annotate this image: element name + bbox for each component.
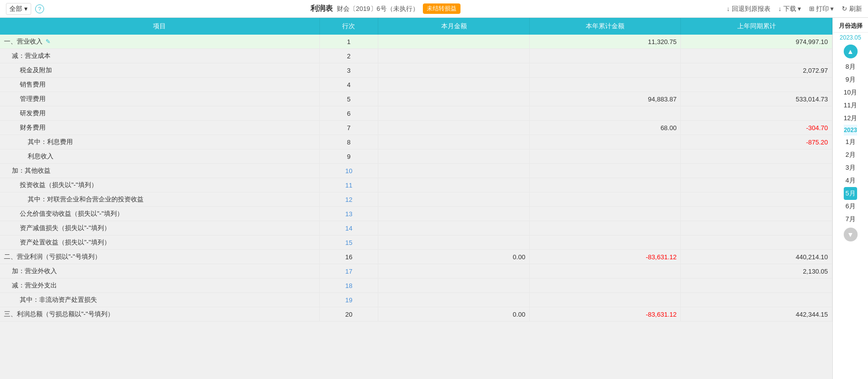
cell-prev-amount [681, 49, 832, 63]
item-label: 税金及附加 [20, 66, 52, 74]
status-badge: 未结转损益 [423, 3, 460, 14]
help-icon[interactable]: ? [35, 4, 44, 13]
item-label: 资产处置收益（损失以"-"填列） [20, 238, 110, 246]
sidebar-month-item[interactable]: 10月 [844, 86, 857, 99]
cell-item: 财务费用 [0, 121, 319, 135]
sidebar-month-item[interactable]: 11月 [844, 99, 857, 112]
cell-month-amount [378, 236, 530, 250]
cell-month-amount: 0.00 [378, 307, 530, 322]
cell-row-num: 5 [319, 92, 378, 106]
cell-ytd-amount [529, 178, 681, 192]
print-button[interactable]: ⊞ 打印 ▾ [809, 4, 834, 13]
item-label: 减：营业外支出 [12, 282, 57, 289]
cell-prev-amount: 440,214.10 [681, 250, 832, 264]
sidebar-title: 月份选择 [833, 20, 868, 33]
cell-month-amount [378, 35, 530, 49]
cell-ytd-amount [529, 264, 681, 279]
download-button[interactable]: ↓ 下载 ▾ [778, 4, 801, 13]
cell-ytd-amount [529, 279, 681, 293]
table-row: 减：营业成本2 [0, 49, 832, 63]
item-label: 资产减值损失（损失以"-"填列） [20, 224, 110, 232]
cell-prev-amount [681, 293, 832, 307]
top-bar-left: 全部 ▾ ? [6, 3, 44, 15]
table-row: 研发费用6 [0, 106, 832, 121]
item-label: 减：营业成本 [12, 52, 51, 59]
sidebar-month-item[interactable]: 4月 [844, 174, 857, 187]
cell-row-num: 10 [319, 164, 378, 178]
prev-arrow[interactable]: ▲ [844, 45, 858, 58]
sidebar-month-item[interactable]: 8月 [844, 60, 857, 73]
sidebar-month-item[interactable]: 7月 [844, 213, 857, 226]
table-row: 税金及附加32,072.97 [0, 63, 832, 78]
sidebar-month-item[interactable]: 9月 [844, 73, 857, 86]
sidebar-month-item[interactable]: 3月 [844, 161, 857, 174]
cell-prev-amount [681, 178, 832, 192]
cell-ytd-amount [529, 236, 681, 250]
cell-month-amount [378, 207, 530, 221]
table-row: 一、营业收入✎111,320.75974,997.10 [0, 35, 832, 49]
sidebar: 月份选择 2023.05 ▲ 8月9月10月11月12月20231月2月3月4月… [832, 18, 868, 379]
cell-ytd-amount [529, 221, 681, 236]
cell-item: 投资收益（损失以"-"填列） [0, 178, 319, 192]
sidebar-month-item[interactable]: 6月 [844, 200, 857, 213]
cell-month-amount: 0.00 [378, 250, 530, 264]
cell-ytd-amount: -83,631.12 [529, 250, 681, 264]
cell-item: 三、利润总额（亏损总额以"-"号填列） [0, 307, 319, 322]
table-row: 公允价值变动收益（损失以"-"填列）13 [0, 207, 832, 221]
edit-icon[interactable]: ✎ [46, 38, 51, 45]
col-item-header: 项目 [0, 18, 319, 35]
sidebar-month-item[interactable]: 5月 [844, 187, 857, 200]
cell-ytd-amount [529, 63, 681, 78]
cell-month-amount [378, 106, 530, 121]
table-row: 资产减值损失（损失以"-"填列）14 [0, 221, 832, 236]
table-row: 二、营业利润（亏损以"-"号填列）160.00-83,631.12440,214… [0, 250, 832, 264]
cell-month-amount [378, 178, 530, 192]
item-label: 一、营业收入 [4, 38, 43, 45]
cell-ytd-amount: 94,883.87 [529, 92, 681, 106]
table-row: 资产处置收益（损失以"-"填列）15 [0, 236, 832, 250]
table-row: 三、利润总额（亏损总额以"-"号填列）200.00-83,631.12442,3… [0, 307, 832, 322]
sidebar-month-item[interactable]: 12月 [844, 112, 857, 125]
col-month-header: 本月金额 [378, 18, 530, 35]
scope-label: 全部 [9, 4, 22, 13]
cell-month-amount [378, 92, 530, 106]
sidebar-month-item[interactable]: 1月 [844, 136, 857, 148]
sidebar-month-item[interactable]: 2023 [844, 125, 857, 136]
back-button[interactable]: ↓ 回退到原报表 [727, 4, 770, 13]
cell-ytd-amount [529, 164, 681, 178]
cell-ytd-amount [529, 207, 681, 221]
refresh-button[interactable]: ↻ 刷新 [842, 4, 862, 13]
item-label: 财务费用 [20, 124, 46, 131]
cell-ytd-amount [529, 135, 681, 149]
cell-prev-amount [681, 164, 832, 178]
cell-prev-amount [681, 78, 832, 92]
cell-item: 加：营业外收入 [0, 264, 319, 279]
table-row: 管理费用594,883.87533,014.73 [0, 92, 832, 106]
cell-item: 资产处置收益（损失以"-"填列） [0, 236, 319, 250]
item-label: 投资收益（损失以"-"填列） [20, 181, 98, 189]
cell-row-num: 3 [319, 63, 378, 78]
sidebar-month-item[interactable]: 2月 [844, 148, 857, 161]
cell-prev-amount [681, 279, 832, 293]
table-row: 其中：对联营企业和合营企业的投资收益12 [0, 192, 832, 207]
cell-row-num: 18 [319, 279, 378, 293]
next-arrow[interactable]: ▼ [844, 228, 858, 241]
cell-row-num: 11 [319, 178, 378, 192]
table-body: 一、营业收入✎111,320.75974,997.10减：营业成本2税金及附加3… [0, 35, 832, 322]
table-area: 项目 行次 本月金额 本年累计金额 上年同期累计 一、营业收入✎111,320.… [0, 18, 832, 379]
cell-month-amount [378, 135, 530, 149]
cell-item: 管理费用 [0, 92, 319, 106]
cell-ytd-amount [529, 293, 681, 307]
cell-prev-amount: 533,014.73 [681, 92, 832, 106]
cell-item: 其中：非流动资产处置损失 [0, 293, 319, 307]
item-label: 其中：对联营企业和合营企业的投资收益 [28, 195, 144, 203]
scope-select[interactable]: 全部 ▾ [6, 3, 31, 15]
cell-ytd-amount [529, 192, 681, 207]
table-row: 销售费用4 [0, 78, 832, 92]
item-label: 二、营业利润（亏损以"-"号填列） [4, 253, 101, 260]
item-label: 其中：利息费用 [28, 138, 73, 145]
col-prev-header: 上年同期累计 [681, 18, 832, 35]
cell-ytd-amount [529, 78, 681, 92]
cell-row-num: 19 [319, 293, 378, 307]
item-label: 管理费用 [20, 95, 46, 102]
